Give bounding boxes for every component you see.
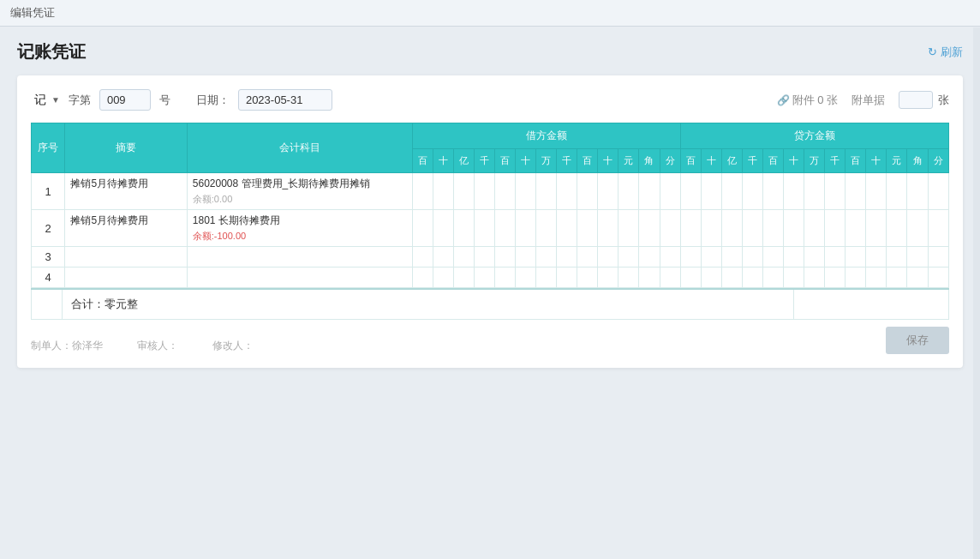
row-2-debit-3[interactable] (474, 247, 494, 267)
row-3-debit-12[interactable] (660, 267, 680, 288)
voucher-number-input[interactable] (99, 89, 151, 111)
row-0-credit-3[interactable] (742, 173, 762, 210)
row-0-credit-7[interactable] (825, 173, 846, 210)
row-0-debit-10[interactable] (618, 173, 639, 210)
row-1-credit-1[interactable] (701, 210, 721, 247)
row-1-debit-4[interactable] (494, 210, 515, 247)
row-1-debit-1[interactable] (433, 210, 453, 247)
row-0-debit-7[interactable] (557, 173, 577, 210)
row-2-credit-0[interactable] (680, 247, 701, 267)
row-1-credit-10[interactable] (887, 210, 907, 247)
row-2-debit-0[interactable] (412, 247, 433, 267)
row-3-credit-5[interactable] (784, 267, 804, 288)
row-2-debit-7[interactable] (557, 247, 577, 267)
row-0-credit-6[interactable] (804, 173, 825, 210)
row-3-credit-3[interactable] (742, 267, 762, 288)
row-0-debit-12[interactable] (660, 173, 680, 210)
row-1-debit-10[interactable] (618, 210, 639, 247)
row-3-credit-1[interactable] (701, 267, 721, 288)
row-3-debit-8[interactable] (577, 267, 598, 288)
row-3-debit-6[interactable] (536, 267, 557, 288)
row-3-summary[interactable] (65, 267, 187, 288)
row-0-credit-8[interactable] (846, 173, 866, 210)
save-button[interactable]: 保存 (886, 327, 949, 354)
row-3-credit-12[interactable] (928, 267, 948, 288)
row-3-debit-11[interactable] (639, 267, 660, 288)
row-2-credit-1[interactable] (701, 247, 721, 267)
row-1-debit-2[interactable] (453, 210, 474, 247)
row-0-debit-6[interactable] (536, 173, 557, 210)
row-0-credit-9[interactable] (866, 173, 887, 210)
row-3-subject[interactable] (187, 267, 412, 288)
refresh-button[interactable]: ↻ 刷新 (928, 45, 963, 60)
row-0-debit-5[interactable] (515, 173, 535, 210)
row-0-credit-12[interactable] (928, 173, 948, 210)
row-0-debit-1[interactable] (433, 173, 453, 210)
row-2-credit-8[interactable] (846, 247, 866, 267)
row-2-debit-2[interactable] (453, 247, 474, 267)
row-3-debit-2[interactable] (453, 267, 474, 288)
row-2-debit-8[interactable] (577, 247, 598, 267)
row-2-credit-9[interactable] (866, 247, 887, 267)
row-2-credit-7[interactable] (825, 247, 846, 267)
row-1-credit-3[interactable] (742, 210, 762, 247)
row-3-debit-7[interactable] (557, 267, 577, 288)
row-0-credit-4[interactable] (762, 173, 783, 210)
row-2-debit-10[interactable] (618, 247, 639, 267)
date-input[interactable] (238, 89, 332, 111)
row-3-debit-1[interactable] (433, 267, 453, 288)
row-3-credit-11[interactable] (907, 267, 928, 288)
row-0-credit-10[interactable] (887, 173, 907, 210)
row-1-subject[interactable]: 1801 长期待摊费用余额:-100.00 (187, 210, 412, 247)
row-2-debit-6[interactable] (536, 247, 557, 267)
row-3-credit-2[interactable] (721, 267, 742, 288)
attach-single-label[interactable]: 附单据 (852, 93, 885, 108)
row-3-debit-10[interactable] (618, 267, 639, 288)
row-0-credit-2[interactable] (721, 173, 742, 210)
row-2-credit-5[interactable] (784, 247, 804, 267)
row-1-debit-9[interactable] (598, 210, 618, 247)
row-2-credit-10[interactable] (887, 247, 907, 267)
row-2-summary[interactable] (65, 247, 187, 267)
row-1-debit-0[interactable] (412, 210, 433, 247)
row-1-credit-12[interactable] (928, 210, 948, 247)
row-0-subject[interactable]: 56020008 管理费用_长期待摊费用摊销余额:0.00 (187, 173, 412, 210)
row-2-credit-12[interactable] (928, 247, 948, 267)
row-2-debit-5[interactable] (515, 247, 535, 267)
row-0-debit-9[interactable] (598, 173, 618, 210)
row-3-debit-0[interactable] (412, 267, 433, 288)
row-2-debit-11[interactable] (639, 247, 660, 267)
row-0-debit-8[interactable] (577, 173, 598, 210)
row-3-credit-9[interactable] (866, 267, 887, 288)
row-1-debit-11[interactable] (639, 210, 660, 247)
zhang-input[interactable] (899, 91, 933, 109)
row-1-debit-6[interactable] (536, 210, 557, 247)
row-1-credit-8[interactable] (846, 210, 866, 247)
row-2-debit-12[interactable] (660, 247, 680, 267)
row-0-summary[interactable]: 摊销5月待摊费用 (65, 173, 187, 210)
row-2-subject[interactable] (187, 247, 412, 267)
row-3-credit-7[interactable] (825, 267, 846, 288)
attachment-link[interactable]: 🔗 附件 0 张 (777, 93, 838, 108)
row-1-credit-2[interactable] (721, 210, 742, 247)
row-2-debit-4[interactable] (494, 247, 515, 267)
row-0-debit-0[interactable] (412, 173, 433, 210)
row-3-credit-6[interactable] (804, 267, 825, 288)
scrollbar[interactable] (973, 27, 980, 559)
row-0-debit-4[interactable] (494, 173, 515, 210)
row-0-debit-3[interactable] (474, 173, 494, 210)
row-1-debit-8[interactable] (577, 210, 598, 247)
row-2-debit-1[interactable] (433, 247, 453, 267)
row-2-credit-2[interactable] (721, 247, 742, 267)
row-0-debit-2[interactable] (453, 173, 474, 210)
row-3-credit-8[interactable] (846, 267, 866, 288)
row-3-debit-9[interactable] (598, 267, 618, 288)
row-2-debit-9[interactable] (598, 247, 618, 267)
row-1-credit-11[interactable] (907, 210, 928, 247)
row-1-debit-3[interactable] (474, 210, 494, 247)
row-2-credit-3[interactable] (742, 247, 762, 267)
row-2-credit-6[interactable] (804, 247, 825, 267)
row-1-credit-5[interactable] (784, 210, 804, 247)
row-3-credit-0[interactable] (680, 267, 701, 288)
row-2-credit-11[interactable] (907, 247, 928, 267)
